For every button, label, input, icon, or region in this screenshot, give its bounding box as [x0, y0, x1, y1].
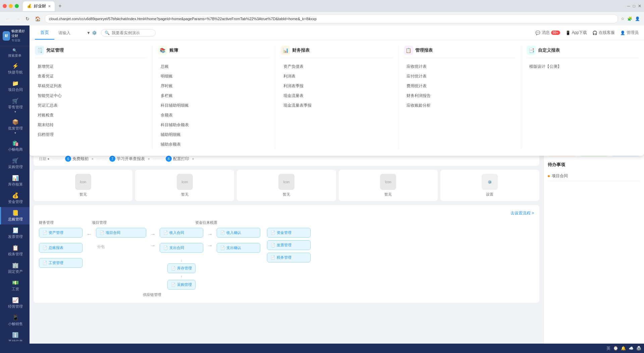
wf-income-confirm[interactable]: 📄 收入确认 [217, 228, 260, 238]
home-btn[interactable]: 🏠 [34, 15, 42, 23]
new-tab-btn[interactable]: + [56, 2, 64, 10]
restore-browser-icon[interactable]: □ [633, 4, 635, 8]
taskbar-lang[interactable]: 英 [606, 346, 610, 351]
minimize-browser-icon[interactable]: ─ [627, 4, 630, 8]
wf-general-ledger[interactable]: 📄 总账报表 [39, 243, 83, 253]
menu-payable-stats[interactable]: 应付统计表 [404, 72, 516, 81]
menu-subject-aux-balance[interactable]: 科目辅助余额表 [158, 120, 270, 130]
menu-cashflow[interactable]: 现金流量表 [281, 91, 393, 100]
sidebar-item-tax[interactable]: 📋 税务管理 [0, 242, 30, 259]
wf-asset-mgmt[interactable]: 📄 资产管理 [39, 228, 83, 238]
menu-aux-detail[interactable]: 辅助明细账 [158, 130, 270, 139]
minimize-window-btn[interactable] [9, 4, 13, 8]
menu-sequential-ledger[interactable]: 序时账 [158, 82, 270, 91]
icon-card-4[interactable]: Icon 暂无 [339, 170, 438, 201]
menu-subject-aux[interactable]: 科目辅助明细账 [158, 101, 270, 110]
company-input[interactable] [58, 31, 85, 35]
menu-account-check[interactable]: 对账检查 [35, 111, 147, 120]
icon-card-5[interactable]: ⚙️ 设置 [440, 170, 539, 201]
icon-card-2[interactable]: Icon 暂无 [135, 170, 234, 201]
maximize-window-btn[interactable] [15, 4, 19, 8]
sidebar-item-inventory[interactable]: 📊 库存核算 [0, 172, 30, 190]
wf-tax-mgmt[interactable]: 📄 税务管理 [267, 253, 311, 262]
sidebar-item-basic-info[interactable]: ℹ️ 基础信息 [0, 329, 30, 341]
menu-smart-voucher[interactable]: 智能凭证中心 [35, 91, 147, 100]
demo-search-input[interactable] [112, 31, 152, 35]
wf-expense-confirm[interactable]: 📄 支出确认 [217, 243, 260, 253]
reload-btn[interactable]: ↻ [24, 15, 31, 23]
menu-aux-balance[interactable]: 辅助余额表 [158, 140, 270, 149]
menu-template-design[interactable]: 模版设计【公测】 [527, 62, 639, 71]
header-search[interactable]: 🔍 [101, 29, 156, 37]
menu-income-quarterly[interactable]: 利润表季报 [281, 82, 393, 91]
menu-detail-ledger[interactable]: 明细账 [158, 72, 270, 81]
menu-period-close[interactable]: 期末结转 [35, 120, 147, 130]
sidebar-item-wholesale[interactable]: 📦 批发管理 ▼ [0, 116, 30, 137]
setup-flow-link[interactable]: 去设置流程 > [511, 210, 534, 216]
close-browser-icon[interactable]: ✕ [638, 4, 641, 8]
menu-archive[interactable]: 归档管理 [35, 130, 147, 139]
sidebar-item-project[interactable]: 📁 项目合同 [0, 78, 30, 95]
back-btn[interactable]: ← [4, 15, 11, 23]
sidebar-search-btn[interactable]: 🔍 搜索菜单 [0, 46, 30, 60]
sidebar-item-ecommerce[interactable]: 🛍️ 小畅电商 [0, 137, 30, 155]
app-download-btn[interactable]: 📱 App下载 [566, 30, 587, 36]
menu-new-voucher[interactable]: 新增凭证 [35, 62, 147, 71]
arrow-finance-project: ← [87, 231, 92, 237]
sidebar-item-operations[interactable]: 📈 经营管理 [0, 294, 30, 312]
icon-card-1[interactable]: Icon 暂无 [34, 170, 132, 201]
sidebar-item-quick-nav[interactable]: ⚡ 快捷导航 [0, 60, 30, 78]
project-contract-label: 项目合同 [106, 230, 120, 235]
tab-close-btn[interactable]: ✕ [48, 4, 51, 8]
menu-view-voucher[interactable]: 查看凭证 [35, 72, 147, 81]
sidebar-item-capital[interactable]: 💰 资金管理 [0, 190, 30, 207]
wf-inventory[interactable]: 📄 库存管理 [167, 263, 196, 273]
extension-icon[interactable]: 🧩 [627, 16, 632, 21]
menu-balance-sheet[interactable]: 资产负债表 [281, 62, 393, 71]
menu-balance[interactable]: 余额表 [158, 111, 270, 120]
company-selector[interactable]: ▼ ⚙️ [58, 31, 97, 35]
wf-expense-contract[interactable]: 📄 支出合同 [160, 243, 203, 253]
finance-label: 财务管理 [39, 220, 89, 225]
tab-home[interactable]: 首页 [35, 26, 54, 40]
sidebar-item-purchase[interactable]: 🛒 采购管理 [0, 155, 30, 172]
profile-icon[interactable]: 👤 [635, 16, 640, 21]
user-menu-btn[interactable]: 👤 管理员 [620, 30, 639, 36]
taskbar-cloud[interactable]: ☁️ [629, 346, 634, 351]
menu-draft-voucher[interactable]: 草稿凭证列表 [35, 82, 147, 91]
menu-general-ledger[interactable]: 总账 [158, 62, 270, 71]
wf-invoice-mgmt[interactable]: 📄 发票管理 [267, 240, 311, 250]
menu-expense-stats[interactable]: 费用统计表 [404, 82, 516, 91]
online-service-btn[interactable]: 🎧 在线客服 [592, 30, 615, 36]
bookmark-icon[interactable]: ☆ [621, 16, 625, 21]
close-window-btn[interactable] [3, 4, 7, 8]
wf-project-contract[interactable]: 📄 项目合同 [96, 228, 146, 238]
menu-aging-analysis[interactable]: 应收账龄分析 [404, 101, 516, 110]
forward-btn[interactable]: → [14, 15, 21, 23]
sidebar-item-sales[interactable]: 📱 小畅销售 [0, 312, 30, 329]
sidebar-item-retail[interactable]: 🛒 零售管理 ▼ [0, 95, 30, 116]
company-settings-icon[interactable]: ⚙️ [92, 31, 97, 35]
window-controls[interactable] [3, 4, 19, 8]
menu-multi-column[interactable]: 多栏账 [158, 91, 270, 100]
menu-voucher-summary[interactable]: 凭证汇总表 [35, 101, 147, 110]
todo-item-project[interactable]: 项目合同 [548, 171, 640, 181]
menu-cashflow-quarterly[interactable]: 现金流量表季报 [281, 101, 393, 110]
wf-income-contract[interactable]: 📄 收入合同 [160, 228, 203, 238]
sidebar-item-fixed-assets[interactable]: 🏢 固定资产 [0, 259, 30, 277]
wf-capital-mgmt[interactable]: 📄 资金管理 [267, 228, 311, 238]
sidebar-item-invoice[interactable]: 🧾 发票管理 [0, 224, 30, 242]
messages-btn[interactable]: 💬 消息 99+ [535, 30, 560, 36]
wf-payroll[interactable]: 📄 工资管理 [39, 258, 83, 268]
menu-income-statement[interactable]: 利润表 [281, 72, 393, 81]
menu-receivable-stats[interactable]: 应收统计表 [404, 62, 516, 71]
taskbar-print[interactable]: 🖨️ [636, 346, 641, 351]
sidebar-item-payroll[interactable]: 💵 工资 [0, 277, 30, 294]
sidebar-item-general-ledger[interactable]: 📒 总账管理 [0, 207, 30, 224]
active-tab[interactable]: 💰 好业财 ✕ [23, 1, 55, 11]
icon-card-3[interactable]: Icon 暂无 [237, 170, 336, 201]
taskbar-notification[interactable]: 🔔 [621, 346, 626, 351]
address-bar[interactable]: cloud.chanjet.com/cc/u6d89qwnryel/57bfsk… [45, 14, 618, 23]
menu-profit-report[interactable]: 财务利润报告 [404, 91, 516, 100]
wf-purchase[interactable]: 📄 采购管理 [167, 280, 196, 290]
